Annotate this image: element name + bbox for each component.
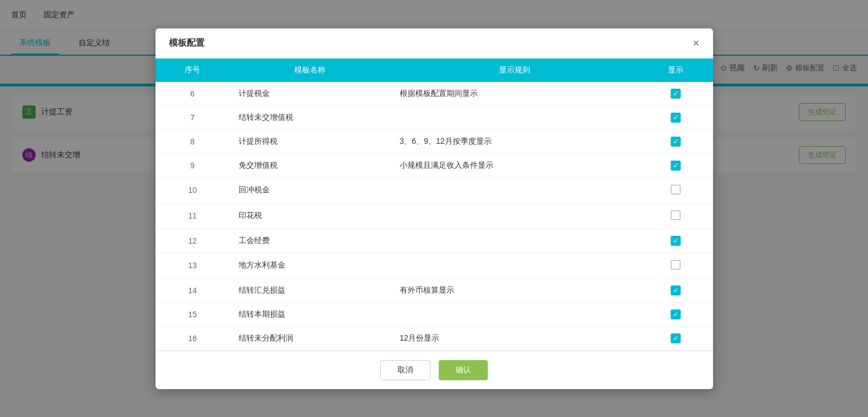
checkbox-6[interactable]	[671, 236, 681, 246]
config-table: 序号 模板名称 显示规则 显示 6计提税金根据模板配置期间显示7结转未交增值税8…	[156, 59, 713, 351]
row-seq-9: 15	[156, 302, 230, 326]
confirm-button[interactable]: 确认	[439, 360, 488, 380]
table-row: 16结转未分配利润12月份显示	[156, 326, 713, 350]
table-row: 15结转本期损益	[156, 302, 713, 326]
table-row: 7结转未交增值税	[156, 105, 713, 129]
row-rule-1	[391, 105, 638, 129]
checkbox-3[interactable]	[671, 161, 681, 171]
col-seq: 序号	[156, 59, 230, 82]
row-seq-10: 16	[156, 326, 230, 350]
row-check-0	[638, 82, 712, 106]
modal-footer: 取消 确认	[156, 351, 713, 389]
table-row: 11印花税	[156, 203, 713, 229]
row-seq-8: 14	[156, 278, 230, 302]
checkbox-7[interactable]	[671, 260, 681, 270]
row-rule-9	[391, 302, 638, 326]
row-name-4: 回冲税金	[230, 177, 391, 203]
col-display: 显示	[638, 59, 712, 82]
row-seq-6: 12	[156, 229, 230, 253]
table-row: 12工会经费	[156, 229, 713, 253]
modal-title: 模板配置	[169, 37, 205, 49]
modal-body: 序号 模板名称 显示规则 显示 6计提税金根据模板配置期间显示7结转未交增值税8…	[156, 59, 713, 351]
row-rule-8: 有外币核算显示	[391, 278, 638, 302]
modal-close-button[interactable]: ×	[693, 37, 700, 49]
row-rule-4	[391, 177, 638, 203]
checkbox-1[interactable]	[671, 113, 681, 123]
row-check-7	[638, 253, 712, 278]
row-check-5	[638, 203, 712, 229]
row-name-9: 结转本期损益	[230, 302, 391, 326]
checkbox-8[interactable]	[671, 285, 681, 295]
table-row: 6计提税金根据模板配置期间显示	[156, 82, 713, 106]
row-name-10: 结转未分配利润	[230, 326, 391, 350]
modal-overlay: 模板配置 × 序号 模板名称 显示规则 显示 6计提税金根据模板配置期间显示7结…	[0, 0, 868, 417]
row-seq-1: 7	[156, 105, 230, 129]
table-row: 8计提所得税3、6、9、12月按季度显示	[156, 129, 713, 153]
checkbox-5[interactable]	[671, 210, 681, 220]
row-name-1: 结转未交增值税	[230, 105, 391, 129]
cancel-button[interactable]: 取消	[380, 360, 430, 380]
table-header-row: 序号 模板名称 显示规则 显示	[156, 59, 713, 82]
row-seq-4: 10	[156, 177, 230, 203]
row-seq-2: 8	[156, 129, 230, 153]
row-rule-0: 根据模板配置期间显示	[391, 82, 638, 106]
row-rule-10: 12月份显示	[391, 326, 638, 350]
table-row: 9免交增值税小规模且满足收入条件显示	[156, 153, 713, 177]
col-name: 模板名称	[230, 59, 391, 82]
row-name-8: 结转汇兑损益	[230, 278, 391, 302]
table-row: 13地方水利基金	[156, 253, 713, 278]
row-name-7: 地方水利基金	[230, 253, 391, 278]
row-check-3	[638, 153, 712, 177]
row-seq-7: 13	[156, 253, 230, 278]
row-check-2	[638, 129, 712, 153]
checkbox-9[interactable]	[671, 309, 681, 319]
row-check-1	[638, 105, 712, 129]
row-name-3: 免交增值税	[230, 153, 391, 177]
row-rule-2: 3、6、9、12月按季度显示	[391, 129, 638, 153]
row-seq-0: 6	[156, 82, 230, 106]
row-seq-5: 11	[156, 203, 230, 229]
row-seq-3: 9	[156, 153, 230, 177]
row-rule-3: 小规模且满足收入条件显示	[391, 153, 638, 177]
row-name-0: 计提税金	[230, 82, 391, 106]
row-check-8	[638, 278, 712, 302]
row-check-10	[638, 326, 712, 350]
checkbox-2[interactable]	[671, 137, 681, 147]
col-rule: 显示规则	[391, 59, 638, 82]
row-rule-6	[391, 229, 638, 253]
checkbox-0[interactable]	[671, 89, 681, 99]
row-name-5: 印花税	[230, 203, 391, 229]
row-name-6: 工会经费	[230, 229, 391, 253]
row-check-4	[638, 177, 712, 203]
row-rule-5	[391, 203, 638, 229]
row-rule-7	[391, 253, 638, 278]
table-row: 14结转汇兑损益有外币核算显示	[156, 278, 713, 302]
checkbox-10[interactable]	[671, 333, 681, 343]
row-name-2: 计提所得税	[230, 129, 391, 153]
row-check-9	[638, 302, 712, 326]
modal-header: 模板配置 ×	[156, 28, 713, 59]
row-check-6	[638, 229, 712, 253]
table-row: 10回冲税金	[156, 177, 713, 203]
modal-template-config: 模板配置 × 序号 模板名称 显示规则 显示 6计提税金根据模板配置期间显示7结…	[156, 28, 713, 389]
checkbox-4[interactable]	[671, 185, 681, 195]
